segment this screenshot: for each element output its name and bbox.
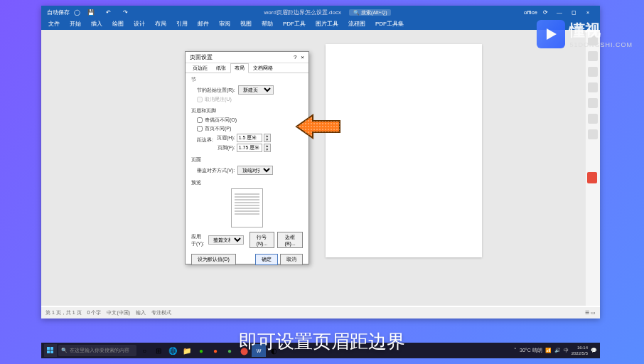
status-focus[interactable]: 专注模式 (151, 309, 171, 316)
section-header-title: 页眉和页脚 (191, 107, 303, 114)
tab-help[interactable]: 帮助 (257, 18, 277, 30)
document-title: word页眉距边界怎么设置.docx (264, 9, 341, 16)
tab-design[interactable]: 设计 (129, 18, 149, 30)
ok-button[interactable]: 确定 (255, 254, 278, 265)
sync-icon[interactable]: ⟳ (539, 7, 552, 17)
tab-pdftools[interactable]: PDF工具 (279, 18, 310, 30)
tab-view[interactable]: 视图 (236, 18, 256, 30)
dlg-tab-margins[interactable]: 页边距 (188, 63, 212, 73)
header-dist-label: 页眉(H): (217, 134, 235, 141)
maximize-icon[interactable]: ◻ (567, 7, 580, 17)
autosave-switch[interactable]: ◯ (74, 9, 80, 16)
odd-even-label: 奇偶页不同(O) (205, 117, 237, 124)
side-icon-3[interactable] (588, 67, 598, 77)
tray-notif-icon[interactable]: 💬 (591, 348, 597, 353)
side-icon-6[interactable] (588, 114, 598, 124)
svg-rect-4 (50, 350, 53, 353)
tray-clock[interactable]: 16:14 2022/5/5 (571, 345, 588, 356)
footer-dist-label: 页脚(F): (218, 144, 235, 151)
watermark-domain: 51DONGSHI.COM (569, 41, 633, 48)
tab-file[interactable]: 文件 (44, 18, 64, 30)
task-taskview-icon[interactable]: ⊞ (152, 344, 165, 357)
valign-label: 垂直对齐方式(V): (197, 167, 235, 174)
dlg-tab-layout[interactable]: 布局 (230, 63, 249, 73)
dialog-close-icon[interactable]: × (301, 54, 304, 60)
svg-rect-2 (50, 347, 53, 350)
cancel-endnote-checkbox (197, 97, 203, 102)
undo-icon[interactable]: ↶ (102, 7, 114, 17)
tray-expand-icon[interactable]: ˄ (514, 348, 517, 353)
side-icon-5[interactable] (588, 98, 598, 108)
status-lang[interactable]: 中文(中国) (107, 309, 130, 316)
autosave-toggle[interactable]: 自动保存 (47, 9, 70, 16)
side-icon-2[interactable] (588, 51, 598, 61)
notification-badge[interactable] (587, 172, 597, 183)
dlg-tab-grid[interactable]: 文档网格 (249, 63, 277, 73)
tab-insert[interactable]: 插入 (87, 18, 107, 30)
preview-box (231, 188, 263, 228)
view-mode-icon[interactable]: ☰ (585, 310, 589, 316)
section-jie-title: 节 (191, 76, 303, 83)
valign-select[interactable]: 顶端对齐 (237, 166, 273, 175)
footer-dist-input[interactable] (237, 144, 262, 152)
side-icon-7[interactable] (588, 129, 598, 139)
minimize-icon[interactable]: — (553, 7, 566, 17)
page-canvas[interactable] (326, 44, 482, 257)
tray-network-icon[interactable]: 📶 (545, 348, 552, 353)
section-start-select[interactable]: 新建页 (238, 85, 274, 95)
task-cortana-icon[interactable]: ○ (138, 344, 151, 357)
task-app2-icon[interactable]: ● (223, 344, 236, 357)
cancel-button[interactable]: 取消 (280, 254, 303, 265)
status-words[interactable]: 0 个字 (87, 309, 102, 316)
tab-review[interactable]: 审阅 (215, 18, 235, 30)
tray-weather[interactable]: 30°C 晴朗 (520, 347, 542, 354)
borders-button[interactable]: 边框(B)... (277, 232, 303, 248)
svg-rect-1 (47, 347, 50, 350)
task-explorer-icon[interactable]: 📁 (181, 344, 193, 357)
dlg-tab-paper[interactable]: 纸张 (212, 63, 230, 73)
tab-flowchart[interactable]: 流程图 (344, 18, 370, 30)
task-edge-icon[interactable]: 🌐 (166, 344, 179, 357)
side-icon-4[interactable] (588, 82, 598, 92)
close-window-icon[interactable]: × (581, 7, 594, 17)
apply-to-label: 应用于(Y): (191, 233, 205, 247)
titlebar: 自动保存 ◯ 💾 ↶ ↷ word页眉距边界怎么设置.docx 🔍 搜索(Alt… (41, 6, 600, 18)
first-different-checkbox[interactable] (197, 126, 203, 132)
footer-spinner[interactable]: ▲▼ (264, 144, 271, 152)
section-page-title: 页面 (191, 156, 303, 164)
dialog-title: 页面设置 (190, 53, 294, 61)
cancel-endnote-label: 取消尾注(U) (205, 96, 232, 103)
ribbon-tabs: 文件 开始 插入 绘图 设计 布局 引用 邮件 审阅 视图 帮助 PDF工具 图… (41, 18, 600, 30)
tab-picture-tools[interactable]: 图片工具 (311, 18, 343, 30)
tray-volume-icon[interactable]: 🔊 (554, 348, 561, 353)
task-wechat-icon[interactable]: ● (195, 344, 208, 357)
line-numbers-button[interactable]: 行号(N)... (249, 232, 275, 248)
apply-to-select[interactable]: 整篇文档 (208, 235, 244, 245)
tab-home[interactable]: 开始 (65, 18, 85, 30)
start-button[interactable] (44, 344, 57, 357)
header-dist-input[interactable] (237, 134, 262, 142)
status-page[interactable]: 第 1 页，共 1 页 (45, 309, 82, 316)
tab-references[interactable]: 引用 (172, 18, 192, 30)
header-spinner[interactable]: ▲▼ (264, 134, 271, 142)
set-default-button[interactable]: 设为默认值(D) (191, 254, 236, 265)
tab-pdftoolset[interactable]: PDF工具集 (371, 18, 408, 30)
odd-even-checkbox[interactable] (197, 117, 203, 123)
office-label: office (524, 9, 537, 16)
tab-layout[interactable]: 布局 (151, 18, 171, 30)
save-icon[interactable]: 💾 (85, 7, 97, 17)
tab-draw[interactable]: 绘图 (108, 18, 128, 30)
tray-ime-icon[interactable]: 中 (564, 347, 569, 354)
taskbar-search[interactable]: 🔍 在这里输入你要搜索的内容 (58, 345, 136, 356)
zoom-controls[interactable]: ☰ ▭ (585, 310, 596, 316)
redo-icon[interactable]: ↷ (119, 7, 132, 17)
dialog-help-icon[interactable]: ? (294, 54, 296, 60)
dialog-titlebar: 页面设置 ? × (186, 52, 308, 63)
statusbar: 第 1 页，共 1 页 0 个字 中文(中国) 输入 专注模式 ☰ ▭ (41, 307, 600, 318)
dialog-tabs: 页边距 纸张 布局 文档网格 (186, 63, 308, 73)
task-app1-icon[interactable]: ● (209, 344, 222, 357)
tab-mailings[interactable]: 邮件 (193, 18, 213, 30)
omnisearch[interactable]: 🔍 搜索(Alt+Q) (349, 9, 391, 16)
windows-icon (47, 347, 54, 354)
view-mode-icon2[interactable]: ▭ (591, 310, 596, 316)
